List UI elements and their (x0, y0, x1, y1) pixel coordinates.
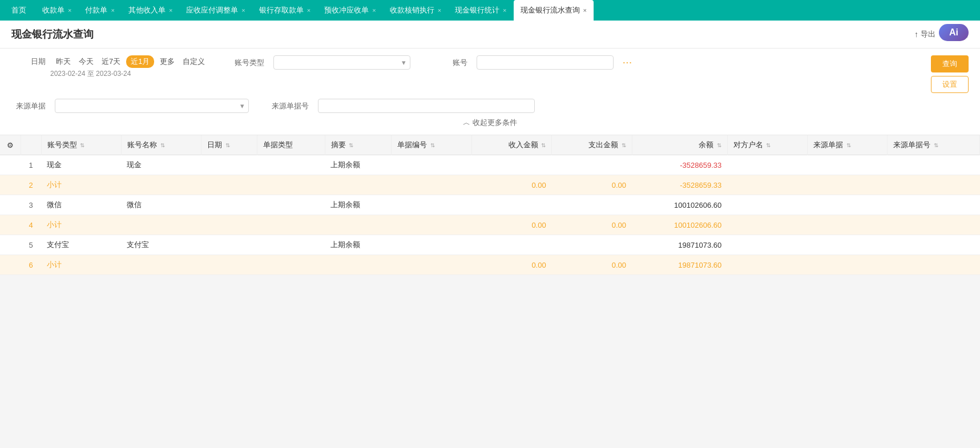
date-btn-more[interactable]: 更多 (158, 55, 177, 68)
th-account-name[interactable]: 账号名称 ⇅ (121, 135, 201, 155)
th-source-doc-no[interactable]: 来源单据号 ⇅ (888, 135, 980, 155)
nav-tab-3-label: 其他收入单 (128, 5, 166, 15)
nav-tab-7[interactable]: 收款核销执行 × (383, 0, 448, 21)
source-doc-select[interactable] (55, 99, 249, 113)
settings-button[interactable]: 设置 (931, 76, 969, 93)
date-btn-custom[interactable]: 自定义 (180, 55, 207, 68)
th-income-sort: ⇅ (541, 142, 546, 148)
source-doc-label: 来源单据 (11, 101, 46, 111)
cell-counterparty (727, 195, 807, 215)
cell-income (471, 195, 551, 215)
cell-doc-no (392, 195, 471, 215)
cell-num: 4 (21, 215, 41, 235)
cell-account-type: 现金 (41, 155, 121, 175)
cell-summary: 上期余额 (325, 155, 392, 175)
cell-counterparty (727, 215, 807, 235)
account-input[interactable] (477, 55, 614, 70)
cell-summary: 上期余额 (325, 235, 392, 255)
cell-doc-no (392, 155, 471, 175)
nav-tab-1-close[interactable]: × (68, 7, 71, 14)
nav-tab-6-close[interactable]: × (372, 7, 376, 14)
nav-tab-8[interactable]: 现金银行统计 × (448, 0, 513, 21)
source-doc-no-input[interactable] (318, 99, 535, 113)
th-summary[interactable]: 摘要 ⇅ (325, 135, 392, 155)
cell-income: 0.00 (471, 255, 551, 275)
query-button[interactable]: 查询 (931, 55, 969, 72)
date-btn-1month[interactable]: 近1月 (126, 55, 154, 68)
cell-gear (0, 255, 21, 275)
date-btn-today[interactable]: 今天 (76, 55, 96, 68)
nav-tab-2[interactable]: 付款单 × (78, 0, 121, 21)
nav-tab-9[interactable]: 现金银行流水查询 × (514, 0, 594, 21)
cell-balance: 19871073.60 (632, 235, 727, 255)
cell-doc-no (392, 215, 471, 235)
table-row: 1 现金 现金 上期余额 -3528659.33 (0, 155, 980, 175)
cell-expense: 0.00 (552, 255, 632, 275)
cell-account-name (121, 175, 201, 195)
nav-tab-7-label: 收款核销执行 (390, 5, 434, 15)
nav-tab-9-close[interactable]: × (583, 7, 587, 14)
nav-home[interactable]: 首页 (2, 0, 35, 21)
date-btn-yesterday[interactable]: 昨天 (54, 55, 73, 68)
th-balance[interactable]: 余额 ⇅ (632, 135, 727, 155)
nav-tab-6[interactable]: 预收冲应收单 × (317, 0, 382, 21)
top-nav: 首页 收款单 × 付款单 × 其他收入单 × 应收应付调整单 × 银行存取款单 … (0, 0, 980, 21)
th-account-type[interactable]: 账号类型 ⇅ (41, 135, 121, 155)
cell-doc-type (257, 195, 325, 215)
nav-tab-8-close[interactable]: × (503, 7, 506, 14)
cell-source-doc-no (888, 175, 980, 195)
export-button[interactable]: ↑ 导出 (914, 29, 935, 39)
th-date[interactable]: 日期 ⇅ (201, 135, 257, 155)
cell-balance: -3528659.33 (632, 155, 727, 175)
date-btn-7days[interactable]: 近7天 (99, 55, 123, 68)
nav-tab-5-close[interactable]: × (307, 7, 310, 14)
th-num (21, 135, 41, 155)
nav-tab-3-close[interactable]: × (169, 7, 172, 14)
cell-num: 1 (21, 155, 41, 175)
nav-tab-1[interactable]: 收款单 × (35, 0, 78, 21)
cell-doc-no (392, 175, 471, 195)
cell-source-doc (808, 195, 888, 215)
account-dots-button[interactable]: ··· (623, 58, 632, 67)
account-type-select[interactable] (273, 55, 410, 70)
cell-income: 0.00 (471, 175, 551, 195)
cell-source-doc-no (888, 155, 980, 175)
cell-num: 2 (21, 175, 41, 195)
cell-expense: 0.00 (552, 215, 632, 235)
nav-tab-3[interactable]: 其他收入单 × (122, 0, 179, 21)
source-doc-no-label: 来源单据号 (272, 101, 309, 111)
nav-tab-5-label: 银行存取款单 (259, 5, 304, 15)
nav-tab-2-close[interactable]: × (111, 7, 114, 14)
cell-account-name: 现金 (121, 155, 201, 175)
th-income[interactable]: 收入金额 ⇅ (471, 135, 551, 155)
cell-doc-no (392, 235, 471, 255)
ai-badge[interactable]: Ai (939, 24, 969, 41)
export-label: 导出 (921, 29, 935, 39)
cell-source-doc (808, 215, 888, 235)
cell-counterparty (727, 175, 807, 195)
th-doc-no-sort: ⇅ (430, 142, 435, 148)
th-doc-no[interactable]: 单据编号 ⇅ (392, 135, 471, 155)
cell-income (471, 155, 551, 175)
collapse-bar[interactable]: ︿ 收起更多条件 (11, 115, 969, 130)
cell-account-name (121, 215, 201, 235)
th-gear[interactable]: ⚙ (0, 135, 21, 155)
th-account-type-sort: ⇅ (80, 142, 84, 148)
nav-tab-7-close[interactable]: × (438, 7, 441, 14)
nav-tab-4[interactable]: 应收应付调整单 × (179, 0, 252, 21)
date-range-display: 2023-02-24 至 2023-03-24 (11, 69, 207, 79)
th-counterparty-label: 对方户名 (733, 140, 763, 149)
nav-tab-4-close[interactable]: × (241, 7, 245, 14)
nav-tab-5[interactable]: 银行存取款单 × (252, 0, 317, 21)
th-counterparty[interactable]: 对方户名 ⇅ (727, 135, 807, 155)
cell-balance: 100102606.60 (632, 195, 727, 215)
th-expense[interactable]: 支出金额 ⇅ (552, 135, 632, 155)
cell-gear (0, 215, 21, 235)
page-title: 现金银行流水查询 (11, 27, 94, 41)
th-income-label: 收入金额 (509, 140, 538, 149)
table-row: 3 微信 微信 上期余额 100102606.60 (0, 195, 980, 215)
account-type-label: 账号类型 (230, 58, 264, 68)
cell-num: 3 (21, 195, 41, 215)
th-source-doc[interactable]: 来源单据 ⇅ (808, 135, 888, 155)
cell-account-type: 小计 (41, 215, 121, 235)
